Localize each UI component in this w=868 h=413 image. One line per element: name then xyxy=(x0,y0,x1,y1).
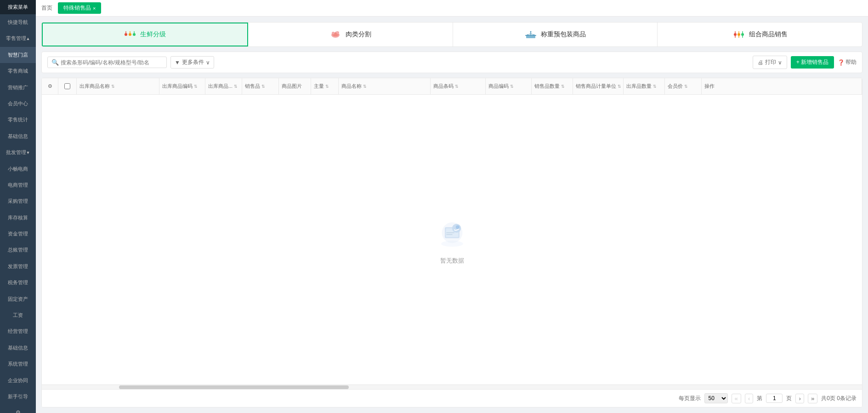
tab-combo-sale[interactable]: 组合商品销售 xyxy=(658,23,862,46)
svg-point-16 xyxy=(734,33,737,36)
page-first-button[interactable]: « xyxy=(732,394,741,403)
filter-arrow: ∨ xyxy=(206,59,210,66)
sidebar-item-smart-store[interactable]: 智慧门店 xyxy=(0,47,36,63)
sort-member-price[interactable]: ⇅ xyxy=(684,84,688,89)
sidebar-item-retail-mall[interactable]: 零售商城 xyxy=(0,63,36,79)
help-button[interactable]: ❓ 帮助 xyxy=(838,58,857,66)
sidebar-item-wholesale-mgmt[interactable]: 批发管理 ▼ xyxy=(0,144,36,161)
active-tab[interactable]: 特殊销售品 × xyxy=(58,2,101,14)
th-sale-unit: 销售商品计量单位 ⇅ xyxy=(573,78,624,94)
per-page-select[interactable]: 50 10 20 100 xyxy=(704,393,728,403)
sidebar-item-system-mgmt[interactable]: 系统管理 xyxy=(0,356,36,372)
sort-out-goods-code[interactable]: ⇅ xyxy=(194,84,198,89)
print-button[interactable]: 🖨 打印 ∨ xyxy=(753,56,787,69)
sidebar-item-basic-info[interactable]: 基础信息 xyxy=(0,128,36,144)
category-tabs: 生鲜分级 肉类分割 xyxy=(41,22,862,47)
svg-point-18 xyxy=(741,33,744,36)
print-label: 打印 xyxy=(765,58,776,66)
sort-out-goods-spec[interactable]: ⇅ xyxy=(234,84,238,89)
sidebar-item-mini-ecommerce[interactable]: 小畅电商 xyxy=(0,161,36,177)
sidebar-item-operation-mgmt[interactable]: 经营管理 xyxy=(0,323,36,339)
new-sale-button[interactable]: + 新增销售品 xyxy=(791,56,834,69)
combo-sale-icon xyxy=(732,30,745,39)
th-out-goods-spec: 出库商品... ⇅ xyxy=(205,78,242,94)
help-icon: ❓ xyxy=(838,59,845,66)
sidebar-item-ecommerce-mgmt[interactable]: 电商管理 xyxy=(0,177,36,193)
settings-gear-icon[interactable]: ⚙ xyxy=(0,405,36,413)
sort-goods-name[interactable]: ⇅ xyxy=(363,84,367,89)
sort-sale-goods[interactable]: ⇅ xyxy=(261,84,265,89)
th-out-qty: 出库品数量 ⇅ xyxy=(624,78,665,94)
th-goods-name: 商品名称 ⇅ xyxy=(339,78,431,94)
sidebar-item-tax-mgmt[interactable]: 税务管理 xyxy=(0,275,36,291)
breadcrumb: 首页 特殊销售品 × xyxy=(41,2,101,14)
meat-cut-icon xyxy=(329,30,342,39)
horizontal-scrollbar[interactable] xyxy=(42,384,862,389)
svg-point-0 xyxy=(125,33,127,36)
th-goods-code: 商品编码 ⇅ xyxy=(486,78,532,94)
th-checkbox[interactable] xyxy=(58,78,77,94)
sidebar-item-quick-nav[interactable]: 快捷导航 xyxy=(0,14,36,30)
svg-point-14 xyxy=(527,34,528,36)
svg-point-15 xyxy=(533,34,534,36)
sidebar-item-fixed-assets[interactable]: 固定资产 xyxy=(0,291,36,307)
scrollbar-thumb[interactable] xyxy=(119,385,349,389)
th-sale-goods: 销售品 ⇅ xyxy=(242,78,279,94)
empty-state-icon xyxy=(434,214,471,251)
page-last-button[interactable]: » xyxy=(808,394,817,403)
sidebar-item-invoice-mgmt[interactable]: 发票管理 xyxy=(0,258,36,275)
page-input[interactable] xyxy=(766,394,783,403)
svg-point-2 xyxy=(133,33,136,36)
svg-point-30 xyxy=(456,225,460,229)
select-all-checkbox[interactable] xyxy=(64,83,70,89)
sidebar-item-retail-stats[interactable]: 零售统计 xyxy=(0,112,36,128)
sort-sale-qty[interactable]: ⇅ xyxy=(561,84,565,89)
breadcrumb-home[interactable]: 首页 xyxy=(41,4,52,12)
sidebar-item-member-center[interactable]: 会员中心 xyxy=(0,96,36,112)
sidebar-item-marketing[interactable]: 营销推广 xyxy=(0,80,36,96)
data-table: ⚙ 出库商品名称 ⇅ 出库商品编码 ⇅ 出库商品... ⇅ 销售品 xyxy=(41,78,862,407)
print-arrow: ∨ xyxy=(778,59,782,66)
filter-icon: ▼ xyxy=(175,59,180,66)
fresh-grade-icon xyxy=(124,30,136,39)
sidebar-item-purchase-mgmt[interactable]: 采购管理 xyxy=(0,193,36,209)
table-header: ⚙ 出库商品名称 ⇅ 出库商品编码 ⇅ 出库商品... ⇅ 销售品 xyxy=(42,78,862,95)
tab-meat-cut[interactable]: 肉类分割 xyxy=(248,23,453,46)
tab-fresh-grade[interactable]: 生鲜分级 xyxy=(42,23,248,46)
sidebar-item-wages[interactable]: 工资 xyxy=(0,307,36,323)
th-goods-img: 商品图片 xyxy=(279,78,311,94)
sort-goods-code[interactable]: ⇅ xyxy=(510,84,514,89)
th-settings[interactable]: ⚙ xyxy=(42,78,58,94)
table-body: 暂无数据 xyxy=(42,95,862,384)
topbar: 首页 特殊销售品 × xyxy=(36,0,868,17)
sidebar-item-basic-info2[interactable]: 基础信息 xyxy=(0,340,36,356)
toolbar: 🔍 ▼ 更多条件 ∨ 🖨 打印 ∨ + 新增销售品 xyxy=(41,52,862,73)
sort-out-qty[interactable]: ⇅ xyxy=(653,84,657,89)
search-input[interactable] xyxy=(61,59,163,66)
sidebar-item-retail-mgmt[interactable]: 零售管理 ▲ xyxy=(0,30,36,46)
sort-out-goods-name[interactable]: ⇅ xyxy=(111,84,115,89)
svg-point-1 xyxy=(129,33,131,36)
sidebar-logo[interactable]: 搜索菜单 xyxy=(0,0,36,14)
th-out-goods-code: 出库商品编码 ⇅ xyxy=(159,78,205,94)
page-prev-button[interactable]: ‹ xyxy=(745,394,753,403)
sort-sale-unit[interactable]: ⇅ xyxy=(618,84,621,89)
total-label: 共0页 0条记录 xyxy=(821,395,857,402)
active-tab-label: 特殊销售品 xyxy=(63,4,91,12)
th-goods-barcode: 商品条码 ⇅ xyxy=(431,78,486,94)
close-tab-icon[interactable]: × xyxy=(93,6,96,11)
filter-button[interactable]: ▼ 更多条件 ∨ xyxy=(170,56,214,69)
search-box[interactable]: 🔍 xyxy=(47,57,167,68)
sort-goods-barcode[interactable]: ⇅ xyxy=(455,84,459,89)
tab-weight-packed[interactable]: 称重预包装商品 xyxy=(453,23,658,46)
toolbar-left: 🔍 ▼ 更多条件 ∨ xyxy=(47,56,214,69)
sidebar-item-capital-mgmt[interactable]: 资金管理 xyxy=(0,226,36,242)
sidebar-item-general-ledger[interactable]: 总账管理 xyxy=(0,242,36,258)
sidebar-item-inventory[interactable]: 库存核算 xyxy=(0,210,36,226)
sort-main-weight[interactable]: ⇅ xyxy=(325,84,329,89)
sidebar-item-new-guide[interactable]: 新手引导 xyxy=(0,389,36,405)
sidebar-item-enterprise-coop[interactable]: 企业协同 xyxy=(0,373,36,389)
new-sale-label: + 新增销售品 xyxy=(796,58,828,66)
svg-point-8 xyxy=(332,32,335,34)
page-next-button[interactable]: › xyxy=(795,394,804,403)
